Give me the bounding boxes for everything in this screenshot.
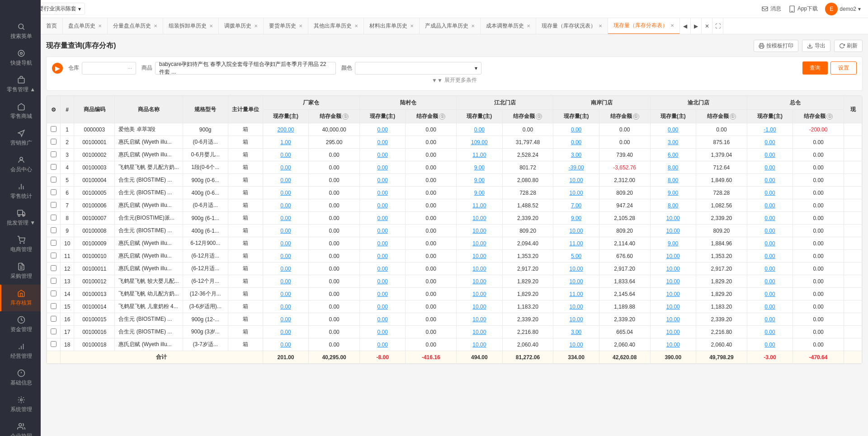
print-btn[interactable]: 按模板打印 <box>754 40 798 52</box>
sidebar-item-shortcut[interactable]: 快捷导航 <box>0 45 41 71</box>
cell-link[interactable]: 10.00 <box>472 278 486 285</box>
warehouse-input[interactable]: ··· <box>82 62 136 75</box>
close-icon[interactable]: ✕ <box>254 23 258 28</box>
cell-link[interactable]: 10.00 <box>472 228 486 234</box>
tab-close-btn[interactable]: ✕ <box>702 18 712 34</box>
cell-link[interactable]: 7.00 <box>571 202 581 209</box>
sidebar-item-retail-shop[interactable]: 零售商城 <box>0 98 41 125</box>
cell-link[interactable]: 0.00 <box>280 316 291 323</box>
row-checkbox-input[interactable] <box>51 164 57 170</box>
tab-transfer[interactable]: 调拨单历史 ✕ <box>219 18 264 34</box>
cell-link[interactable]: 0.00 <box>764 139 775 145</box>
row-checkbox[interactable] <box>47 288 61 300</box>
row-checkbox[interactable] <box>47 250 61 263</box>
cell-link[interactable]: 0.00 <box>571 127 581 133</box>
user-menu[interactable]: E demo2 ▾ <box>825 3 861 15</box>
tab-home[interactable]: 首页 <box>41 18 63 34</box>
cell-link[interactable]: 10.00 <box>570 278 583 285</box>
tab-group-split[interactable]: 组装拆卸单历史 ✕ <box>163 18 219 34</box>
row-checkbox-input[interactable] <box>51 278 57 284</box>
cell-link[interactable]: 10.00 <box>666 278 680 285</box>
cell-link[interactable]: 10.00 <box>666 329 680 335</box>
tab-fullscreen-btn[interactable]: ⛶ <box>712 18 723 34</box>
row-checkbox-input[interactable] <box>51 189 57 195</box>
close-icon[interactable]: ✕ <box>299 23 302 28</box>
cell-link[interactable]: 0.00 <box>474 127 485 133</box>
cell-link[interactable]: 0.00 <box>280 342 291 348</box>
cell-link[interactable]: 11.00 <box>472 202 486 209</box>
cell-link[interactable]: 10.00 <box>666 291 680 297</box>
cell-link[interactable]: 0.00 <box>280 266 291 272</box>
cell-link[interactable]: 10.00 <box>666 253 680 259</box>
row-checkbox[interactable] <box>47 263 61 275</box>
cell-link[interactable]: 10.00 <box>472 316 486 323</box>
close-icon[interactable]: ✕ <box>98 23 102 28</box>
tab-stock-status[interactable]: 现存量（库存状况表） ✕ <box>536 18 608 34</box>
row-checkbox-input[interactable] <box>51 151 57 157</box>
tab-other-out[interactable]: 其他出库单历史 ✕ <box>308 18 364 34</box>
cell-link[interactable]: 10.00 <box>570 304 583 310</box>
row-checkbox[interactable] <box>47 225 61 237</box>
cell-link[interactable]: 0.00 <box>280 215 291 221</box>
cell-link[interactable]: 8.00 <box>668 164 678 171</box>
sidebar-item-ops[interactable]: 经营管理 <box>0 338 41 365</box>
cell-link[interactable]: 0.00 <box>377 152 387 158</box>
cell-link[interactable]: 9.00 <box>474 177 485 183</box>
cell-link[interactable]: 0.00 <box>377 266 387 272</box>
row-checkbox-input[interactable] <box>51 202 57 208</box>
close-icon[interactable]: ✕ <box>471 23 475 28</box>
close-icon[interactable]: ✕ <box>154 23 157 28</box>
sidebar-item-member[interactable]: 会员中心 <box>0 151 41 178</box>
row-checkbox[interactable] <box>47 161 61 174</box>
cell-link[interactable]: 10.00 <box>666 316 680 323</box>
cell-link[interactable]: 10.00 <box>666 215 680 221</box>
cell-link[interactable]: 3.00 <box>571 329 581 335</box>
cell-link[interactable]: 10.00 <box>472 329 486 335</box>
close-icon[interactable]: ✕ <box>527 23 530 28</box>
row-checkbox-input[interactable] <box>51 265 57 271</box>
row-checkbox[interactable] <box>47 187 61 199</box>
row-checkbox-input[interactable] <box>51 341 57 347</box>
cell-link[interactable]: 10.00 <box>666 304 680 310</box>
cell-link[interactable]: 0.00 <box>377 190 387 196</box>
info-icon4[interactable]: ① <box>633 113 639 120</box>
tab-product-in[interactable]: 产成品入库单历史 ✕ <box>420 18 481 34</box>
cell-link[interactable]: 10.00 <box>472 253 486 259</box>
cell-link[interactable]: 0.00 <box>764 253 775 259</box>
row-checkbox-input[interactable] <box>51 316 57 322</box>
cell-link[interactable]: 109.00 <box>471 139 488 145</box>
row-checkbox[interactable] <box>47 237 61 250</box>
row-checkbox-input[interactable] <box>51 240 57 246</box>
cell-link[interactable]: 0.00 <box>280 329 291 335</box>
expand-conditions-btn[interactable]: ▼▼ 展开更多条件 <box>52 75 857 86</box>
cell-link[interactable]: 0.00 <box>668 127 678 133</box>
info-icon6[interactable]: ① <box>826 113 833 120</box>
row-checkbox[interactable] <box>47 199 61 212</box>
cell-link[interactable]: 10.00 <box>666 342 680 348</box>
cell-link[interactable]: 0.00 <box>377 291 387 297</box>
close-icon[interactable]: ✕ <box>599 23 602 28</box>
cell-link[interactable]: 0.00 <box>377 342 387 348</box>
cell-link[interactable]: 3.00 <box>571 152 581 158</box>
cell-link[interactable]: 10.00 <box>570 190 583 196</box>
cell-link[interactable]: 0.00 <box>764 278 775 285</box>
cell-link[interactable]: 10.00 <box>472 240 486 247</box>
cell-link[interactable]: 0.00 <box>764 228 775 234</box>
cell-link[interactable]: 0.00 <box>377 202 387 209</box>
close-icon[interactable]: ✕ <box>354 23 358 28</box>
row-checkbox[interactable] <box>47 275 61 288</box>
row-checkbox[interactable] <box>47 123 61 136</box>
cell-link[interactable]: 11.00 <box>570 240 583 247</box>
expand-btn[interactable]: ▶ <box>52 63 63 74</box>
cell-link[interactable]: 0.00 <box>764 266 775 272</box>
row-checkbox[interactable] <box>47 174 61 187</box>
cell-link[interactable]: 11.00 <box>472 152 486 158</box>
cell-link[interactable]: 0.00 <box>280 278 291 285</box>
cell-link[interactable]: 5.00 <box>571 253 581 259</box>
cell-link[interactable]: 0.00 <box>764 304 775 310</box>
cell-link[interactable]: -1.00 <box>764 127 776 133</box>
cell-link[interactable]: 10.00 <box>472 266 486 272</box>
cell-link[interactable]: 0.00 <box>764 291 775 297</box>
cell-link[interactable]: 0.00 <box>377 228 387 234</box>
cell-link[interactable]: 0.00 <box>571 139 581 145</box>
